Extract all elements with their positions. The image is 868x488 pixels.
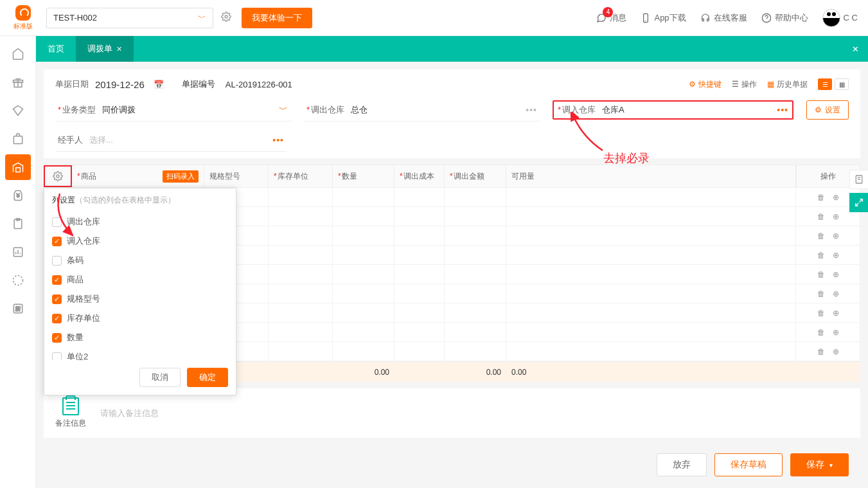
- list-icon: ☰: [732, 80, 739, 89]
- discard-button[interactable]: 放弃: [657, 453, 707, 476]
- view-grid[interactable]: ▦: [835, 78, 849, 90]
- calendar-icon[interactable]: 📅: [154, 80, 164, 89]
- side-nav: ¥ 新: [0, 36, 36, 488]
- ok-button[interactable]: 确定: [187, 368, 228, 387]
- download-link[interactable]: App下载: [641, 12, 686, 24]
- th-product: *商品扫码录入: [72, 165, 204, 187]
- cancel-button[interactable]: 取消: [139, 368, 181, 387]
- column-option[interactable]: 数量: [52, 328, 228, 347]
- foot-avail: 0.00: [506, 362, 796, 382]
- delete-icon[interactable]: 🗑: [817, 231, 825, 240]
- checkbox-icon: [52, 275, 62, 285]
- nav-new[interactable]: 新: [5, 296, 31, 321]
- column-option[interactable]: 商品: [52, 270, 228, 289]
- footer: 放弃 保存草稿 保存▾: [44, 444, 860, 485]
- delete-icon[interactable]: 🗑: [817, 328, 825, 337]
- svg-point-0: [225, 15, 227, 18]
- user-menu[interactable]: C C: [822, 9, 858, 27]
- nav-home[interactable]: [5, 41, 31, 67]
- avatar: [822, 9, 840, 27]
- field-in-warehouse[interactable]: *调入仓库 仓库A •••: [553, 100, 793, 120]
- tabs: 首页 调拨单 ✕ ✕: [36, 36, 868, 62]
- scan-tag[interactable]: 扫码录入: [163, 170, 199, 183]
- copy-icon[interactable]: ⊕: [833, 251, 839, 260]
- svg-rect-8: [15, 168, 20, 172]
- copy-icon[interactable]: ⊕: [833, 347, 839, 356]
- nav-refresh[interactable]: [5, 267, 31, 293]
- nav-clipboard[interactable]: [5, 211, 31, 237]
- nav-report[interactable]: [5, 239, 31, 265]
- help-link[interactable]: 帮助中心: [761, 12, 808, 24]
- header-card: 单据日期 2019-12-26 📅 单据编号 AL-20191226-001 ⚙…: [44, 69, 860, 158]
- delete-icon[interactable]: 🗑: [817, 347, 825, 356]
- gear-icon: ⚙: [689, 80, 696, 89]
- gear-icon[interactable]: [221, 12, 231, 24]
- delete-icon[interactable]: 🗑: [817, 309, 825, 318]
- view-toggle: ☰ ▦: [818, 78, 849, 90]
- more-icon[interactable]: •••: [272, 135, 284, 145]
- column-option[interactable]: 调入仓库: [52, 231, 228, 251]
- checkbox-icon: [52, 256, 62, 266]
- chevron-down-icon: ﹀: [198, 12, 206, 24]
- copy-icon[interactable]: ⊕: [833, 231, 839, 240]
- settings-button[interactable]: ⚙ 设置: [806, 100, 849, 120]
- column-settings-popover: 列设置（勾选的列会在表格中显示） 调出仓库调入仓库条码商品规格型号库存单位数量单…: [44, 188, 236, 395]
- date-value[interactable]: 2019-12-26: [95, 79, 145, 90]
- nav-diamond[interactable]: [5, 98, 31, 123]
- checkbox-icon: [52, 237, 62, 246]
- try-button[interactable]: 我要体验一下: [242, 8, 312, 28]
- column-option[interactable]: 单位2: [52, 347, 228, 360]
- rail-note[interactable]: [849, 170, 868, 189]
- column-option[interactable]: 库存单位: [52, 309, 228, 328]
- copy-icon[interactable]: ⊕: [833, 309, 839, 318]
- nav-gift[interactable]: [5, 69, 31, 95]
- delete-icon[interactable]: 🗑: [817, 193, 825, 202]
- table-card: *商品扫码录入 规格型号 *库存单位 *数量 *调出成本 *调出金额 可用量 操…: [44, 165, 860, 382]
- shortcut-link[interactable]: ⚙快捷键: [689, 79, 722, 90]
- th-cost: *调出成本: [394, 165, 445, 187]
- delete-icon[interactable]: 🗑: [817, 270, 825, 279]
- delete-icon[interactable]: 🗑: [817, 212, 825, 221]
- delete-icon[interactable]: 🗑: [817, 251, 825, 260]
- nav-warehouse[interactable]: [5, 154, 31, 180]
- field-biz-type[interactable]: *业务类型 同价调拨 ﹀: [55, 100, 291, 122]
- help-icon: [761, 13, 772, 23]
- remark-icon: 备注信息: [55, 397, 86, 429]
- copy-icon[interactable]: ⊕: [833, 212, 839, 221]
- save-button[interactable]: 保存▾: [790, 453, 849, 476]
- column-option[interactable]: 条码: [52, 251, 228, 270]
- close-icon[interactable]: ✕: [116, 45, 122, 53]
- rail-expand[interactable]: [849, 193, 868, 212]
- messages-link[interactable]: 4 消息: [596, 12, 626, 24]
- doc-label: 单据编号: [182, 78, 215, 90]
- delete-icon[interactable]: 🗑: [817, 289, 825, 298]
- nav-money[interactable]: ¥: [5, 183, 31, 208]
- more-icon[interactable]: •••: [777, 105, 788, 115]
- field-out-warehouse[interactable]: *调出仓库 总仓 •••: [304, 100, 540, 122]
- column-settings-button[interactable]: [44, 165, 72, 187]
- field-handler[interactable]: 经手人 选择... •••: [55, 131, 287, 152]
- foot-qty: 0.00: [333, 362, 394, 382]
- workspace-select[interactable]: TEST-H002 ﹀: [46, 8, 213, 28]
- operate-link[interactable]: ☰操作: [732, 79, 757, 90]
- topbar: 标准版 TEST-H002 ﹀ 我要体验一下 4 消息 App下载 在线客服: [0, 0, 868, 36]
- tab-transfer[interactable]: 调拨单 ✕: [76, 36, 134, 62]
- logo-icon: [15, 5, 31, 21]
- history-link[interactable]: ▦历史单据: [767, 79, 808, 90]
- column-option[interactable]: 调出仓库: [52, 212, 228, 231]
- tab-home[interactable]: 首页: [36, 36, 76, 62]
- nav-bag[interactable]: [5, 126, 31, 152]
- more-icon[interactable]: •••: [526, 105, 537, 115]
- chevron-down-icon[interactable]: ﹀: [279, 104, 288, 116]
- copy-icon[interactable]: ⊕: [833, 328, 839, 337]
- service-link[interactable]: 在线客服: [700, 12, 747, 24]
- column-option[interactable]: 规格型号: [52, 289, 228, 309]
- tabs-close-all[interactable]: ✕: [842, 36, 868, 62]
- copy-icon[interactable]: ⊕: [833, 289, 839, 298]
- copy-icon[interactable]: ⊕: [833, 270, 839, 279]
- remark-input[interactable]: [100, 408, 849, 418]
- save-draft-button[interactable]: 保存草稿: [714, 453, 783, 476]
- copy-icon[interactable]: ⊕: [833, 193, 839, 202]
- checkbox-icon: [52, 217, 62, 227]
- view-list[interactable]: ☰: [818, 78, 832, 90]
